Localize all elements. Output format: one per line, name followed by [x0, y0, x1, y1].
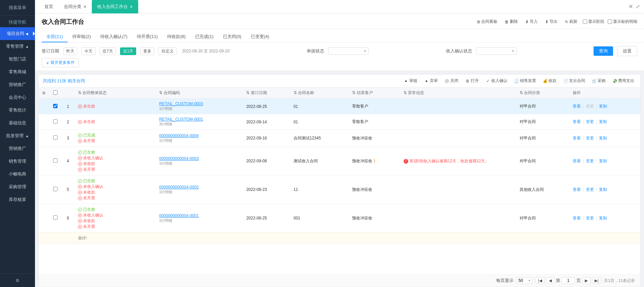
- action-change[interactable]: 变更: [586, 135, 594, 141]
- sidebar-item-marketing2[interactable]: 营销推广: [0, 142, 35, 155]
- sidebar-item-member[interactable]: 会员中心: [0, 91, 35, 104]
- import-button[interactable]: ⬇ 导入: [523, 18, 540, 26]
- filter-tab-changed[interactable]: 已变更(4): [246, 32, 274, 42]
- action-change[interactable]: 变更: [586, 104, 594, 109]
- contract-code-link[interactable]: RETAIL_CUSTOM-0001: [159, 117, 203, 122]
- action-copy[interactable]: 复制: [599, 215, 607, 221]
- date-btn-more[interactable]: 更多: [140, 47, 154, 55]
- action-copy[interactable]: 复制: [599, 119, 607, 125]
- page-first-btn[interactable]: |◀: [535, 277, 545, 284]
- show-details-input[interactable]: [608, 19, 612, 24]
- action-copy[interactable]: 复制: [599, 187, 607, 193]
- action-sales-invoice[interactable]: 🧾 销售发票: [512, 77, 538, 84]
- query-button[interactable]: 查询: [594, 46, 613, 56]
- date-btn-7days[interactable]: 近7天: [100, 47, 116, 55]
- action-view[interactable]: 查看: [573, 187, 581, 193]
- select-all-checkbox[interactable]: [53, 90, 58, 95]
- sidebar-item-purchase[interactable]: 采购管理: [0, 180, 35, 193]
- action-expense-out[interactable]: 💸 费用支出: [610, 77, 636, 84]
- action-receipt[interactable]: 💰 收款: [541, 77, 559, 84]
- window-maximize-icon[interactable]: ⤢: [636, 3, 640, 10]
- show-stages-checkbox[interactable]: 显示阶段: [583, 19, 604, 25]
- filter-tab-pending-review[interactable]: 待审核(2): [68, 32, 96, 42]
- show-details-checkbox[interactable]: 显示标的明细: [608, 19, 637, 25]
- sidebar-item-inventory[interactable]: 库存核算: [0, 193, 35, 206]
- action-abandon[interactable]: ● 弃审: [422, 77, 440, 84]
- action-purchase[interactable]: 🛒 采购: [590, 77, 608, 84]
- sidebar-settings[interactable]: ⚙: [0, 274, 35, 287]
- action-copy[interactable]: 复制: [599, 104, 607, 109]
- row-checkbox[interactable]: [53, 215, 58, 220]
- show-stages-input[interactable]: [583, 19, 587, 24]
- action-review[interactable]: ● 审核: [402, 77, 419, 84]
- action-change[interactable]: 变更: [586, 119, 594, 125]
- refresh-button[interactable]: ↻ 刷新: [563, 18, 579, 26]
- sidebar-item-project[interactable]: 项目合同 ◀: [0, 27, 35, 40]
- delete-button[interactable]: 🗑 删除: [503, 18, 520, 26]
- col-setting[interactable]: ⚙: [39, 87, 49, 99]
- filter-tab-completed[interactable]: 已完成(1): [190, 32, 218, 42]
- per-page-select[interactable]: 50 20 100: [516, 277, 533, 284]
- action-change[interactable]: 变更: [586, 187, 594, 193]
- filter-tab-pending-receipt[interactable]: 待收款(8): [162, 32, 190, 42]
- filter-tab-all[interactable]: 全部(11): [42, 32, 68, 42]
- date-btn-custom[interactable]: 自定义: [158, 47, 177, 55]
- sidebar-item-base-info[interactable]: 基础信息: [0, 117, 35, 129]
- expand-more-button[interactable]: ∨ 展开更多条件: [42, 58, 79, 67]
- doc-status-select[interactable]: [328, 47, 369, 55]
- contract-code-link[interactable]: 0000000000004-0003: [159, 156, 198, 161]
- filter-tab-pending-income[interactable]: 待收入确认(7): [96, 32, 132, 42]
- action-expense-contract[interactable]: 📄 支出合同: [561, 77, 587, 84]
- sidebar-item-sales-mgmt[interactable]: 销售管理: [0, 155, 35, 168]
- sidebar-item-retail-stats[interactable]: 零售统计: [0, 104, 35, 117]
- filter-tab-pending-invoice[interactable]: 待开票(11): [132, 32, 162, 42]
- sidebar-search[interactable]: 搜索菜单: [0, 0, 35, 16]
- sidebar-item-retail-mgmt[interactable]: 零售管理 ▲: [0, 40, 35, 53]
- export-button[interactable]: ⬆ 导出: [543, 18, 560, 26]
- action-change[interactable]: 变更: [586, 215, 594, 221]
- tab-income-workbench[interactable]: 收入合同工作台 ✕: [92, 0, 138, 13]
- board-button[interactable]: ⊞ 合同看板: [475, 18, 499, 26]
- sidebar-item-smart-store[interactable]: 智慧门店: [0, 53, 35, 66]
- action-view[interactable]: 查看: [573, 215, 581, 221]
- action-income-confirm[interactable]: ✓ 收入确认: [484, 77, 509, 84]
- page-next-btn[interactable]: ▶: [582, 277, 591, 284]
- row-checkbox[interactable]: [53, 104, 58, 108]
- sidebar-item-marketing[interactable]: 营销推广: [0, 78, 35, 91]
- action-close[interactable]: ⊡ 关闭: [443, 77, 460, 84]
- sidebar-item-xiaochu[interactable]: 小畅电商: [0, 168, 35, 180]
- table-scroll[interactable]: ⚙ ⇅ 合同整体状态 ⇅ 合同编码: [39, 87, 640, 274]
- sidebar-quick-nav[interactable]: 快捷导航: [0, 16, 35, 27]
- action-copy[interactable]: 复制: [599, 158, 607, 164]
- contract-code-link[interactable]: RETAIL_CUSTOM-0003: [159, 101, 203, 106]
- action-view[interactable]: 查看: [573, 158, 581, 164]
- setting-button[interactable]: 设置: [617, 46, 637, 56]
- row-checkbox[interactable]: [53, 158, 58, 163]
- tab-contract-category[interactable]: 合同分类 ✕: [59, 0, 92, 13]
- action-change[interactable]: 变更: [586, 158, 594, 164]
- income-confirm-select[interactable]: [476, 47, 517, 55]
- date-btn-yesterday[interactable]: 昨天: [63, 47, 77, 55]
- date-btn-today[interactable]: 今天: [81, 47, 96, 55]
- tab-home[interactable]: 首页: [39, 0, 59, 13]
- window-close-icon[interactable]: ✕: [629, 3, 633, 10]
- tab-income-workbench-close[interactable]: ✕: [130, 0, 133, 13]
- action-view[interactable]: 查看: [573, 135, 581, 141]
- page-last-btn[interactable]: ▶|: [592, 277, 601, 284]
- col-checkbox[interactable]: [49, 87, 61, 99]
- row-checkbox[interactable]: [53, 135, 58, 140]
- sidebar-item-wholesale-mgmt[interactable]: 批发管理 ▲: [0, 129, 35, 142]
- sidebar-item-retail-mall[interactable]: 零售商城: [0, 66, 35, 78]
- page-number-input[interactable]: [562, 277, 575, 284]
- add-button[interactable]: + 新增: [453, 17, 471, 26]
- action-view[interactable]: 查看: [573, 119, 581, 125]
- action-open[interactable]: ⊞ 打开: [463, 77, 481, 84]
- filter-tab-closed[interactable]: 已关闭(0): [218, 32, 246, 42]
- row-checkbox[interactable]: [53, 119, 58, 124]
- action-copy[interactable]: 复制: [599, 135, 607, 141]
- contract-code-link[interactable]: 0000000000004-0002: [159, 185, 198, 190]
- action-view[interactable]: 查看: [573, 104, 581, 109]
- row-checkbox[interactable]: [53, 187, 58, 191]
- contract-code-link[interactable]: 0000000000004-0001: [159, 213, 198, 218]
- tab-contract-category-close[interactable]: ✕: [83, 0, 86, 13]
